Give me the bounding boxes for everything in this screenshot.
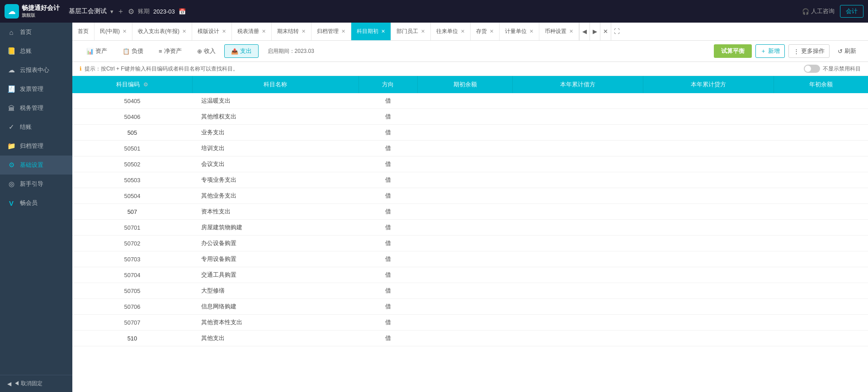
table-row[interactable]: 50502 会议支出 借	[72, 156, 868, 172]
cat-tab-income[interactable]: ⊕ 收入	[190, 44, 222, 58]
tab-dept-close[interactable]: ✕	[421, 28, 425, 34]
settings-icon[interactable]: ⚙	[128, 7, 134, 16]
tab-tax[interactable]: 税表清册 ✕	[232, 23, 272, 40]
tab-inventory[interactable]: 存货 ✕	[471, 23, 500, 40]
tab-subject-close[interactable]: ✕	[381, 28, 385, 34]
tab-contact[interactable]: 往来单位 ✕	[431, 23, 471, 40]
cell-name: 其他业务支出	[192, 188, 359, 204]
tab-annual-close[interactable]: ✕	[182, 28, 186, 34]
cell-name: 资本性支出	[192, 204, 359, 220]
tab-prev[interactable]: ◀	[579, 23, 590, 40]
refresh-button[interactable]: ↺ 刷新	[833, 45, 861, 57]
sidebar-collapse-button[interactable]: ◀ ◀ 取消固定	[0, 375, 72, 392]
sidebar-item-invoice[interactable]: 🧾 发票管理	[0, 80, 72, 99]
tab-expand[interactable]: ⛶	[611, 23, 623, 40]
tab-currency-close[interactable]: ✕	[569, 28, 573, 34]
cell-year-balance	[774, 93, 868, 109]
cell-credit	[643, 156, 774, 172]
disable-toggle[interactable]	[804, 65, 820, 73]
cell-credit	[643, 141, 774, 156]
cell-balance	[418, 236, 513, 251]
add-button[interactable]: ＋ 新增	[755, 44, 785, 58]
col-settings-icon[interactable]: ⚙	[143, 81, 148, 88]
table-row[interactable]: 50701 房屋建筑物购建 借	[72, 220, 868, 236]
cell-balance	[418, 156, 513, 172]
sidebar-item-tax[interactable]: 🏛 税务管理	[0, 99, 72, 118]
col-debit: 本年累计借方	[513, 76, 643, 93]
tab-dept[interactable]: 部门员工 ✕	[391, 23, 431, 40]
tab-period[interactable]: 民(中期) ✕	[94, 23, 132, 40]
support-button[interactable]: 🎧 人工咨询	[802, 7, 835, 15]
cat-tab-assets-label: 资产	[95, 47, 107, 55]
tab-template-label: 模版设计	[198, 28, 219, 35]
tab-unit[interactable]: 计量单位 ✕	[500, 23, 539, 40]
table-row[interactable]: 50703 专用设备购置 借	[72, 251, 868, 267]
cell-name: 会议支出	[192, 156, 359, 172]
cell-code: 50503	[72, 172, 192, 188]
calendar-icon[interactable]: 📅	[179, 8, 186, 15]
tab-next[interactable]: ▶	[590, 23, 600, 40]
tab-template[interactable]: 模版设计 ✕	[192, 23, 232, 40]
table-row[interactable]: 50406 其他维权支出 借	[72, 109, 868, 125]
cell-year-balance	[774, 220, 868, 236]
sidebar-label-reports: 云报表中心	[20, 66, 49, 74]
cat-tab-net[interactable]: ≡ 净资产	[152, 44, 189, 58]
sidebar-item-settings[interactable]: ⚙ 基础设置	[0, 156, 72, 175]
table-row[interactable]: 505 业务支出 借	[72, 125, 868, 141]
cell-balance	[418, 172, 513, 188]
cell-credit	[643, 315, 774, 331]
tab-archive[interactable]: 归档管理 ✕	[311, 23, 351, 40]
tab-tax-close[interactable]: ✕	[262, 28, 266, 34]
table-row[interactable]: 50405 运温暖支出 借	[72, 93, 868, 109]
col-dir: 方向	[359, 76, 418, 93]
tab-annual[interactable]: 收入支出表(年报) ✕	[132, 23, 192, 40]
table-row[interactable]: 50702 办公设备购置 借	[72, 236, 868, 251]
table-row[interactable]: 50704 交通工具购置 借	[72, 267, 868, 283]
tab-archive-close[interactable]: ✕	[341, 28, 345, 34]
company-dropdown-icon[interactable]: ▾	[110, 8, 113, 15]
sidebar-item-close[interactable]: ✓ 结账	[0, 118, 72, 137]
tab-close-all[interactable]: ✕	[600, 23, 611, 40]
table-row[interactable]: 507 资本性支出 借	[72, 204, 868, 220]
tab-contact-close[interactable]: ✕	[461, 28, 465, 34]
table-row[interactable]: 50501 培训支出 借	[72, 141, 868, 156]
cat-tab-liability[interactable]: 📋 负债	[116, 44, 150, 58]
table-row[interactable]: 50503 专项业务支出 借	[72, 172, 868, 188]
add-tab-button[interactable]: ＋	[117, 7, 124, 16]
tab-transfer-close[interactable]: ✕	[302, 28, 306, 34]
tab-home[interactable]: 首页	[72, 23, 94, 40]
tab-transfer-label: 期末结转	[277, 28, 299, 35]
tab-template-close[interactable]: ✕	[222, 28, 226, 34]
calc-balance-button[interactable]: 试算平衡	[714, 44, 752, 58]
more-button[interactable]: ⋮ 更多操作	[788, 44, 830, 58]
cell-debit	[513, 188, 643, 204]
table-row[interactable]: 50706 信息网络购建 借	[72, 299, 868, 315]
cat-tab-assets[interactable]: 📊 资产	[80, 44, 114, 58]
more-label: 更多操作	[801, 47, 825, 55]
tab-unit-close[interactable]: ✕	[529, 28, 533, 34]
cell-year-balance	[774, 125, 868, 141]
account-button[interactable]: 会计	[840, 5, 863, 18]
tab-transfer[interactable]: 期末结转 ✕	[272, 23, 311, 40]
table-row[interactable]: 50705 大型修缮 借	[72, 283, 868, 299]
table-row[interactable]: 510 其他支出 借	[72, 331, 868, 346]
sidebar-item-guide[interactable]: ◎ 新手引导	[0, 175, 72, 194]
archive-icon: 📁	[7, 142, 15, 150]
sidebar-item-member[interactable]: V 畅会员	[0, 194, 72, 213]
tab-subject[interactable]: 科目期初 ✕	[351, 23, 391, 40]
cell-balance	[418, 220, 513, 236]
table-row[interactable]: 50707 其他资本性支出 借	[72, 315, 868, 331]
tab-inventory-close[interactable]: ✕	[490, 28, 494, 34]
cell-year-balance	[774, 283, 868, 299]
tab-period-close[interactable]: ✕	[123, 28, 127, 34]
sidebar-item-ledger[interactable]: 📒 总账	[0, 42, 72, 61]
cat-tab-expense[interactable]: 📤 支出	[224, 44, 259, 58]
tab-currency[interactable]: 币种设置 ✕	[539, 23, 579, 40]
sidebar-item-reports[interactable]: ☁ 云报表中心	[0, 61, 72, 80]
sidebar-item-archive[interactable]: 📁 归档管理	[0, 137, 72, 156]
table-row[interactable]: 50504 其他业务支出 借	[72, 188, 868, 204]
sidebar-label-guide: 新手引导	[20, 180, 43, 188]
gear-icon: ⚙	[7, 161, 15, 169]
cell-code: 50502	[72, 156, 192, 172]
sidebar-item-home[interactable]: ⌂ 首页	[0, 23, 72, 42]
